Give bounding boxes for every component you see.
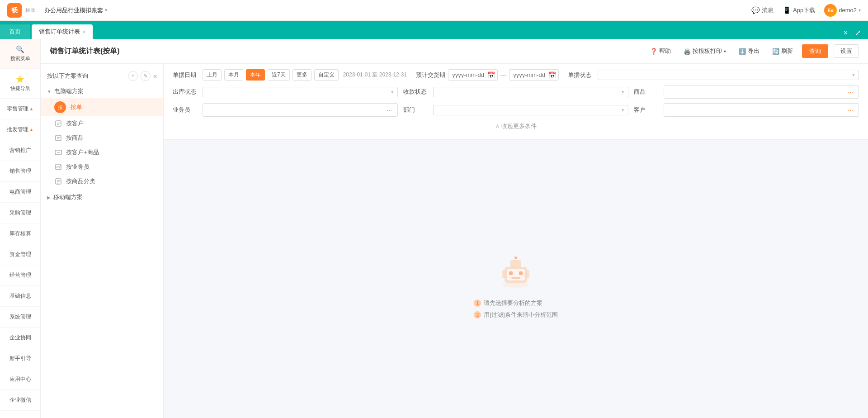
sidebar-item-basic[interactable]: 基础信息 bbox=[0, 286, 40, 307]
plan-item-by-product[interactable]: 按商品 bbox=[41, 131, 163, 145]
plan-panel-title: 按以下方案查询 bbox=[47, 72, 88, 80]
sales-label: 销售管理 bbox=[9, 167, 31, 175]
nav-maximize-btn[interactable]: ⤢ bbox=[853, 27, 863, 39]
tab-sales-order[interactable]: 销售订单统计表 × bbox=[32, 24, 93, 39]
retail-label: 零售管理 bbox=[7, 105, 28, 113]
sidebar-item-finance[interactable]: 资金管理 bbox=[0, 244, 40, 265]
date-custom-btn[interactable]: 自定义 bbox=[314, 69, 339, 81]
tab-close-btn[interactable]: × bbox=[83, 29, 85, 34]
system-label: 系统管理 bbox=[9, 313, 31, 321]
window-title: 办公用品行业模拟账套 bbox=[44, 6, 103, 14]
by-cp-icon bbox=[54, 148, 62, 157]
settings-btn[interactable]: 设置 bbox=[834, 44, 859, 58]
print-btn[interactable]: 🖨️ 按模板打印 ▾ bbox=[680, 45, 730, 57]
window-title-dropdown[interactable]: ▾ bbox=[105, 7, 108, 13]
expected-date-group: 预计交货期 📅 — 📅 bbox=[416, 69, 559, 81]
receipt-select[interactable]: ▾ bbox=[433, 87, 628, 97]
window-title-area[interactable]: 办公用品行业模拟账套 ▾ bbox=[44, 6, 108, 14]
expected-date-start[interactable] bbox=[448, 69, 498, 81]
sidebar-item-purchase[interactable]: 采购管理 bbox=[0, 203, 40, 223]
nav-close-btn[interactable]: × bbox=[842, 27, 849, 39]
customer-label: 客户 bbox=[634, 106, 661, 114]
outbound-group: 出库状态 ▾ bbox=[173, 85, 398, 99]
query-btn[interactable]: 查询 bbox=[802, 44, 828, 58]
sidebar-item-appcenter[interactable]: 应用中心 bbox=[0, 369, 40, 390]
date-label: 单据日期 bbox=[173, 71, 200, 79]
sidebar-item-ecommerce[interactable]: 电商管理 bbox=[0, 182, 40, 203]
plan-edit-btn[interactable]: ✎ bbox=[141, 71, 151, 81]
filter-area: 单据日期 上月 本月 本年 近7天 更多 自定义 2023-01-01 至 20… bbox=[164, 64, 868, 140]
plan-item-by-customer-product[interactable]: 按客户+商品 bbox=[41, 145, 163, 160]
sidebar-search[interactable]: 🔍 搜索菜单 bbox=[0, 39, 40, 69]
customer-field[interactable]: ··· bbox=[664, 103, 859, 117]
sidebar-item-system[interactable]: 系统管理 bbox=[0, 307, 40, 328]
goods-ellipsis[interactable]: ··· bbox=[846, 87, 855, 96]
receipt-label: 收款状态 bbox=[403, 88, 430, 96]
sidebar-item-enterprise[interactable]: 企业协同 bbox=[0, 328, 40, 348]
plan-section-mobile-header[interactable]: ▶ 移动端方案 bbox=[41, 190, 163, 204]
outbound-label: 出库状态 bbox=[173, 88, 200, 96]
salesperson-field[interactable]: ··· bbox=[203, 103, 398, 117]
plan-add-btn[interactable]: + bbox=[128, 71, 138, 81]
tip-1: 1 请先选择要分析的方案 bbox=[474, 297, 557, 309]
empty-tips: 1 请先选择要分析的方案 2 用[过滤]条件来缩小分析范围 bbox=[474, 297, 557, 321]
status-select[interactable]: ▾ bbox=[598, 70, 859, 80]
date-last7-btn[interactable]: 近7天 bbox=[268, 69, 290, 81]
sidebar-quick-nav[interactable]: ⭐ 快捷导航 bbox=[0, 69, 40, 99]
plan-section-pc-header[interactable]: ▼ 电脑端方案 bbox=[41, 85, 163, 98]
plan-item-by-salesperson[interactable]: 按业务员 bbox=[41, 160, 163, 174]
sidebar-item-wechat[interactable]: 企业微信 bbox=[0, 390, 40, 411]
wechat-label: 企业微信 bbox=[9, 396, 31, 404]
date-this-month-btn[interactable]: 本月 bbox=[224, 69, 243, 81]
salesperson-ellipsis[interactable]: ··· bbox=[385, 105, 394, 114]
goods-field[interactable]: ··· bbox=[664, 85, 859, 99]
plan-item-by-category[interactable]: 按商品分类 bbox=[41, 174, 163, 189]
department-select[interactable]: ▾ bbox=[433, 105, 628, 115]
sidebar-item-member[interactable]: 畅会员 bbox=[0, 411, 40, 418]
outbound-select[interactable]: ▾ bbox=[203, 87, 398, 97]
message-icon: 💬 bbox=[751, 6, 760, 14]
date-this-year-btn[interactable]: 本年 bbox=[246, 69, 265, 81]
plan-item-by-order[interactable]: 按 按单 bbox=[41, 98, 163, 116]
export-btn[interactable]: ⬇️ 导出 bbox=[735, 45, 763, 57]
expected-date-label: 预计交货期 bbox=[416, 71, 445, 79]
message-btn[interactable]: 💬 消息 bbox=[751, 6, 774, 14]
refresh-btn[interactable]: 🔄 刷新 bbox=[769, 45, 797, 57]
sidebar-item-retail[interactable]: 零售管理 ▲ bbox=[0, 99, 40, 119]
date-more-btn[interactable]: 更多 bbox=[292, 69, 311, 81]
svg-rect-16 bbox=[509, 271, 513, 275]
empty-state: 1 请先选择要分析的方案 2 用[过滤]条件来缩小分析范围 bbox=[474, 247, 557, 321]
sidebar-item-sales[interactable]: 销售管理 bbox=[0, 161, 40, 182]
plan-collapse-btn[interactable]: « bbox=[153, 72, 157, 80]
expected-date-end[interactable] bbox=[509, 69, 559, 81]
sidebar-item-marketing[interactable]: 营销推广 bbox=[0, 140, 40, 161]
help-btn[interactable]: ❓ 帮助 bbox=[646, 45, 675, 57]
date-last-month-btn[interactable]: 上月 bbox=[203, 69, 222, 81]
sidebar-item-business[interactable]: 经营管理 bbox=[0, 265, 40, 286]
retail-arrow: ▲ bbox=[29, 106, 34, 111]
customer-group: 客户 ··· bbox=[634, 103, 859, 117]
ecommerce-label: 电商管理 bbox=[9, 188, 31, 196]
salesperson-label: 业务员 bbox=[173, 106, 200, 114]
user-menu[interactable]: Ea demo2 ▾ bbox=[824, 4, 861, 17]
by-product-label: 按商品 bbox=[66, 134, 84, 142]
nav-tabs: 首页 销售订单统计表 × × ⤢ bbox=[0, 21, 868, 39]
sidebar-item-wholesale[interactable]: 批发管理 ▲ bbox=[0, 119, 40, 140]
svg-rect-3 bbox=[56, 135, 61, 141]
customer-ellipsis[interactable]: ··· bbox=[846, 105, 855, 114]
app-logo: 畅 bbox=[7, 3, 22, 18]
salesperson-group: 业务员 ··· bbox=[173, 103, 398, 117]
expected-date-start-wrap: 📅 bbox=[448, 69, 498, 81]
by-sp-label: 按业务员 bbox=[66, 163, 90, 171]
app-download-btn[interactable]: 📱 App下载 bbox=[783, 6, 815, 14]
collapse-bar[interactable]: ∧ 收起更多条件 bbox=[173, 119, 859, 134]
plan-item-by-customer[interactable]: 按客户 bbox=[41, 116, 163, 131]
right-panel: 单据日期 上月 本月 本年 近7天 更多 自定义 2023-01-01 至 20… bbox=[164, 64, 868, 418]
tab-home[interactable]: 首页 bbox=[0, 24, 30, 39]
date-range-display: 2023-01-01 至 2023-12-31 bbox=[343, 71, 407, 79]
by-cat-label: 按商品分类 bbox=[66, 177, 95, 185]
expected-date-end-wrap: 📅 bbox=[509, 69, 559, 81]
sidebar-item-newbie[interactable]: 新手引导 bbox=[0, 348, 40, 369]
content-area: 销售订单统计表(按单) ❓ 帮助 🖨️ 按模板打印 ▾ ⬇️ 导出 🔄 刷新 bbox=[41, 39, 868, 418]
sidebar-item-inventory[interactable]: 库存核算 bbox=[0, 223, 40, 244]
